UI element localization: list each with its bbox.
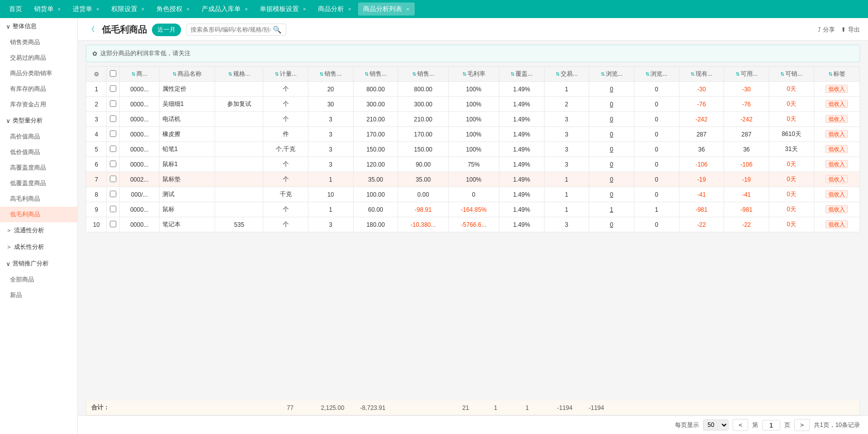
next-page-btn[interactable]: ＞ xyxy=(794,419,810,431)
close-icon[interactable]: × xyxy=(348,6,351,12)
nav-item-sales[interactable]: 销货单 × xyxy=(29,3,66,16)
row-stock2: -981 xyxy=(724,202,769,217)
row-checkbox[interactable] xyxy=(107,97,120,112)
row-browse1[interactable]: 0 xyxy=(589,157,634,172)
nav-item-roles[interactable]: 角色授权 × xyxy=(151,3,195,16)
th-stock1[interactable]: ⇅现有... xyxy=(679,67,724,82)
close-icon[interactable]: × xyxy=(187,6,190,12)
sidebar-item-low-margin[interactable]: 低毛利商品 xyxy=(0,207,77,222)
th-coverage[interactable]: ⇅覆盖... xyxy=(499,67,544,82)
row-checkbox[interactable] xyxy=(107,172,120,187)
nav-item-purchase[interactable]: 进货单 × xyxy=(68,3,104,16)
th-sale1[interactable]: ⇅销售... xyxy=(308,67,353,82)
sidebar-item-traded-goods[interactable]: 交易过的商品 xyxy=(0,50,77,66)
sidebar-item-stock-capital[interactable]: 库存资金占用 xyxy=(0,97,77,112)
close-icon[interactable]: × xyxy=(58,6,61,12)
sidebar-group-type-analysis[interactable]: ∨ 类型量分析 xyxy=(0,112,77,129)
select-all-checkbox[interactable] xyxy=(110,70,116,77)
sidebar-item-stocked-goods[interactable]: 有库存的商品 xyxy=(0,81,77,97)
row-checkbox[interactable] xyxy=(107,202,120,217)
close-icon[interactable]: × xyxy=(141,6,144,12)
row-name[interactable]: 鼠标垫 xyxy=(159,172,215,187)
nav-item-goods-analysis-list[interactable]: 商品分析列表 × xyxy=(358,3,414,16)
th-settings[interactable]: ⚙ xyxy=(86,67,107,82)
row-browse1[interactable]: 0 xyxy=(589,82,634,97)
th-stock2[interactable]: ⇅可用... xyxy=(724,67,769,82)
sidebar-group-growth[interactable]: ＞ 成长性分析 xyxy=(0,239,77,255)
th-browse2[interactable]: ⇅浏览... xyxy=(634,67,679,82)
row-browse1[interactable]: 0 xyxy=(589,217,634,232)
sidebar-item-high-margin[interactable]: 高毛利商品 xyxy=(0,191,77,207)
prev-page-btn[interactable]: ＜ xyxy=(733,419,748,431)
sidebar-item-new-goods[interactable]: 新品 xyxy=(0,287,77,303)
row-name[interactable]: 鼠标1 xyxy=(159,157,215,172)
sidebar-item-all-goods[interactable]: 全部商品 xyxy=(0,272,77,287)
row-name[interactable]: 吴细细1 xyxy=(159,97,215,112)
row-trade: 1 xyxy=(544,187,589,202)
row-browse1[interactable]: 0 xyxy=(589,127,634,142)
sidebar-item-high-coverage[interactable]: 高覆盖度商品 xyxy=(0,160,77,176)
row-name[interactable]: 鼠标 xyxy=(159,202,215,217)
th-code[interactable]: ⇅商... xyxy=(120,67,159,82)
row-checkbox[interactable] xyxy=(107,157,120,172)
row-name[interactable]: 铅笔1 xyxy=(159,142,215,157)
th-trade[interactable]: ⇅交易... xyxy=(544,67,589,82)
close-icon[interactable]: × xyxy=(245,6,248,12)
th-unit[interactable]: ⇅计量... xyxy=(263,67,308,82)
sidebar-item-high-value[interactable]: 高价值商品 xyxy=(0,129,77,144)
row-browse1[interactable]: 1 xyxy=(589,202,634,217)
row-checkbox[interactable] xyxy=(107,82,120,97)
sidebar-item-low-coverage[interactable]: 低覆盖度商品 xyxy=(0,176,77,191)
share-btn[interactable]: ⤴ 分享 xyxy=(818,26,835,34)
row-checkbox[interactable] xyxy=(107,187,120,202)
row-name[interactable]: 橡皮擦 xyxy=(159,127,215,142)
search-input[interactable] xyxy=(191,26,271,33)
table-row: 9 0000... 鼠标 个 1 60.00 -98.91 -164.85% 1… xyxy=(86,202,860,217)
th-gross[interactable]: ⇅毛利率 xyxy=(448,67,499,82)
th-sale3[interactable]: ⇅销售... xyxy=(398,67,448,82)
row-browse1[interactable]: 0 xyxy=(589,97,634,112)
nav-item-permissions[interactable]: 权限设置 × xyxy=(106,3,149,16)
sidebar-group-overall[interactable]: ∨ 整体信息 xyxy=(0,18,77,35)
row-gross: 100% xyxy=(448,112,499,127)
row-browse1[interactable]: 0 xyxy=(589,172,634,187)
page-number-input[interactable] xyxy=(762,420,780,430)
search-icon[interactable]: 🔍 xyxy=(273,26,281,34)
row-browse1[interactable]: 0 xyxy=(589,187,634,202)
sidebar-item-sales-goods[interactable]: 销售类商品 xyxy=(0,35,77,50)
row-checkbox[interactable] xyxy=(107,142,120,157)
nav-item-goods-analysis[interactable]: 商品分析 × xyxy=(313,3,356,16)
nav-item-template[interactable]: 单据模板设置 × xyxy=(255,3,311,16)
row-checkbox[interactable] xyxy=(107,127,120,142)
nav-item-home[interactable]: 首页 xyxy=(4,3,27,16)
close-icon[interactable]: × xyxy=(303,6,306,12)
row-checkbox[interactable] xyxy=(107,217,120,232)
th-tag[interactable]: ⇅标签 xyxy=(814,67,859,82)
th-sale2[interactable]: ⇅销售... xyxy=(353,67,398,82)
row-name[interactable]: 测试 xyxy=(159,187,215,202)
row-name[interactable]: 属性定价 xyxy=(159,82,215,97)
row-unit: 个 xyxy=(263,202,308,217)
th-checkbox[interactable] xyxy=(107,67,120,82)
filter-recent-month-btn[interactable]: 近一月 xyxy=(152,24,181,36)
row-checkbox[interactable] xyxy=(107,112,120,127)
row-browse1[interactable]: 0 xyxy=(589,112,634,127)
th-stock3[interactable]: ⇅可销... xyxy=(769,67,814,82)
row-name[interactable]: 电话机 xyxy=(159,112,215,127)
close-icon[interactable]: × xyxy=(96,6,99,12)
sidebar-item-category-rate[interactable]: 商品分类助销率 xyxy=(0,66,77,81)
sidebar-group-marketing[interactable]: ∨ 营销推广分析 xyxy=(0,255,77,272)
sidebar-group-liquidity[interactable]: ＞ 流通性分析 xyxy=(0,222,77,239)
nav-item-product-entry[interactable]: 产成品入库单 × xyxy=(197,3,253,16)
per-page-select[interactable]: 50 100 200 xyxy=(703,419,729,430)
close-icon[interactable]: × xyxy=(406,6,409,12)
row-browse1[interactable]: 0 xyxy=(589,142,634,157)
export-btn[interactable]: ⬆ 导出 xyxy=(841,26,860,34)
th-browse1[interactable]: ⇅浏览... xyxy=(589,67,634,82)
collapse-sidebar-btn[interactable]: 《 xyxy=(86,23,97,36)
th-spec[interactable]: ⇅规格... xyxy=(215,67,263,82)
sidebar-item-low-value[interactable]: 低价值商品 xyxy=(0,144,77,160)
th-name[interactable]: ⇅商品名称 xyxy=(159,67,215,82)
row-sale2: 800.00 xyxy=(353,82,398,97)
row-name[interactable]: 笔记本 xyxy=(159,217,215,232)
